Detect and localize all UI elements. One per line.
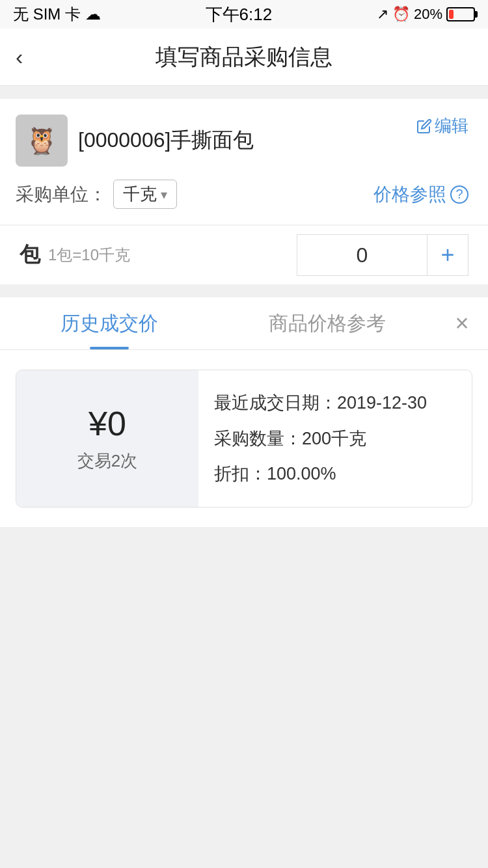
back-button[interactable]: ‹: [16, 44, 23, 70]
history-card: ¥0 交易2次 最近成交日期：2019-12-30 采购数量：200千克 折扣：…: [16, 370, 472, 508]
history-details-panel: 最近成交日期：2019-12-30 采购数量：200千克 折扣：100.00%: [198, 370, 472, 507]
discount-value: 100.00%: [267, 464, 336, 483]
info-icon: ?: [450, 185, 468, 204]
product-card: 🦉 [0000006]手撕面包 编辑 采购单位： 千克 ▾ 价格参照 ?: [0, 99, 488, 224]
qty-unit: 包: [20, 241, 40, 269]
chevron-down-icon: ▾: [161, 187, 167, 202]
nav-bar: ‹ 填写商品采购信息: [0, 29, 488, 86]
qty-input-group: +: [297, 234, 468, 276]
product-logo-icon: 🦉: [25, 126, 58, 156]
qty-detail-label: 采购数量：: [214, 429, 302, 448]
unit-text: 采购单位：: [16, 182, 107, 207]
history-trade-count: 交易2次: [77, 450, 137, 472]
date-value: 2019-12-30: [337, 393, 427, 413]
discount-label: 折扣：: [214, 464, 267, 483]
product-name: [0000006]手撕面包: [78, 126, 254, 155]
price-ref-label: 价格参照: [373, 182, 446, 207]
status-left: 无 SIM 卡 ☁: [13, 4, 101, 25]
qty-detail-value: 200千克: [302, 429, 366, 448]
unit-value: 千克: [123, 183, 157, 206]
product-bottom: 采购单位： 千克 ▾ 价格参照 ?: [16, 180, 468, 209]
alarm-icon: ⏰: [392, 6, 410, 23]
tab-price-ref-label: 商品价格参考: [269, 310, 386, 337]
status-time: 下午6:12: [206, 3, 273, 26]
page-title: 填写商品采购信息: [156, 42, 332, 72]
product-image: 🦉: [16, 115, 68, 167]
qty-label: 包 1包=10千克: [20, 241, 130, 269]
battery-percent: 20%: [414, 6, 442, 23]
history-discount-row: 折扣：100.00%: [214, 461, 456, 487]
history-content: ¥0 交易2次 最近成交日期：2019-12-30 采购数量：200千克 折扣：…: [0, 350, 488, 527]
history-date-row: 最近成交日期：2019-12-30: [214, 390, 456, 416]
qty-plus-button[interactable]: +: [427, 234, 468, 276]
quantity-row: 包 1包=10千克 +: [0, 226, 488, 284]
qty-sub: 1包=10千克: [48, 245, 130, 265]
product-left: 🦉 [0000006]手撕面包: [16, 115, 254, 167]
sim-label: 无 SIM 卡 ☁: [13, 4, 101, 25]
edit-label: 编辑: [435, 115, 468, 137]
tab-price-reference[interactable]: 商品价格参考: [218, 297, 436, 349]
qty-input[interactable]: [297, 234, 427, 276]
tab-history-label: 历史成交价: [61, 310, 158, 337]
unit-label: 采购单位： 千克 ▾: [16, 180, 177, 209]
history-qty-row: 采购数量：200千克: [214, 426, 456, 452]
tabs-section: 历史成交价 商品价格参考 × ¥0 交易2次 最近成交日期：2019-12-30…: [0, 297, 488, 527]
edit-icon: [416, 118, 432, 134]
history-price-panel: ¥0 交易2次: [16, 370, 198, 507]
product-top: 🦉 [0000006]手撕面包 编辑: [16, 115, 468, 167]
status-right: ↗ ⏰ 20%: [377, 6, 475, 23]
location-icon: ↗: [377, 6, 388, 23]
battery-icon: [446, 7, 475, 21]
price-ref-button[interactable]: 价格参照 ?: [373, 182, 468, 207]
status-bar: 无 SIM 卡 ☁ 下午6:12 ↗ ⏰ 20%: [0, 0, 488, 29]
edit-button[interactable]: 编辑: [416, 115, 468, 137]
date-label: 最近成交日期：: [214, 393, 337, 413]
tabs-header: 历史成交价 商品价格参考 ×: [0, 297, 488, 350]
history-price-value: ¥0: [88, 404, 126, 443]
page-bottom: [0, 527, 488, 869]
tab-close-button[interactable]: ×: [436, 297, 488, 349]
tab-history-price[interactable]: 历史成交价: [0, 297, 218, 349]
unit-selector[interactable]: 千克 ▾: [113, 180, 177, 209]
